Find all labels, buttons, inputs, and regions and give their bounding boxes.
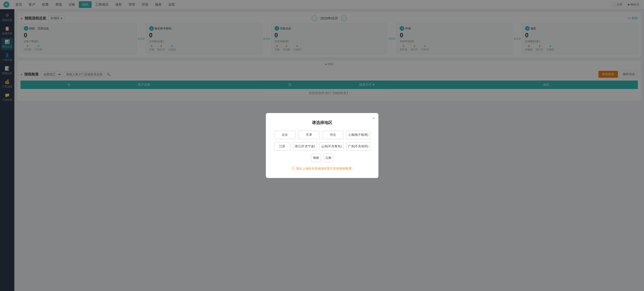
- region-button-江苏[interactable]: 江苏: [274, 142, 290, 151]
- region-select-modal: × 请选择地区 北京天津河北上海(电子税局) 江苏浙江(不含宁波)山东(不含青岛…: [266, 113, 378, 178]
- region-button-广东(不含深圳)[interactable]: 广东(不含深圳): [346, 142, 370, 151]
- region-button-海南[interactable]: 海南: [311, 154, 321, 162]
- region-row-2: 江苏浙江(不含宁波)山东(不含青岛)广东(不含深圳): [274, 142, 370, 151]
- modal-close-button[interactable]: ×: [372, 116, 375, 121]
- region-button-河北[interactable]: 河北: [322, 131, 344, 139]
- modal-warning: ⓘ 除以上地区外其他地区暂不支持报税检查!: [274, 166, 370, 171]
- region-button-上海(电子税局)[interactable]: 上海(电子税局): [346, 131, 370, 139]
- warning-text: 除以上地区外其他地区暂不支持报税检查!: [296, 166, 352, 171]
- region-button-北京[interactable]: 北京: [274, 131, 296, 139]
- region-button-浙江(不含宁波)[interactable]: 浙江(不含宁波): [293, 142, 317, 151]
- region-button-天津[interactable]: 天津: [298, 131, 320, 139]
- region-row-1: 北京天津河北上海(电子税局): [274, 131, 370, 139]
- modal-overlay[interactable]: × 请选择地区 北京天津河北上海(电子税局) 江苏浙江(不含宁波)山东(不含青岛…: [0, 0, 644, 291]
- warning-icon: ⓘ: [292, 166, 295, 171]
- region-button-山东(不含青岛)[interactable]: 山东(不含青岛): [320, 142, 344, 151]
- region-button-云南[interactable]: 云南: [323, 154, 333, 162]
- modal-title: 请选择地区: [274, 120, 370, 126]
- region-row-3: 海南云南: [274, 154, 370, 162]
